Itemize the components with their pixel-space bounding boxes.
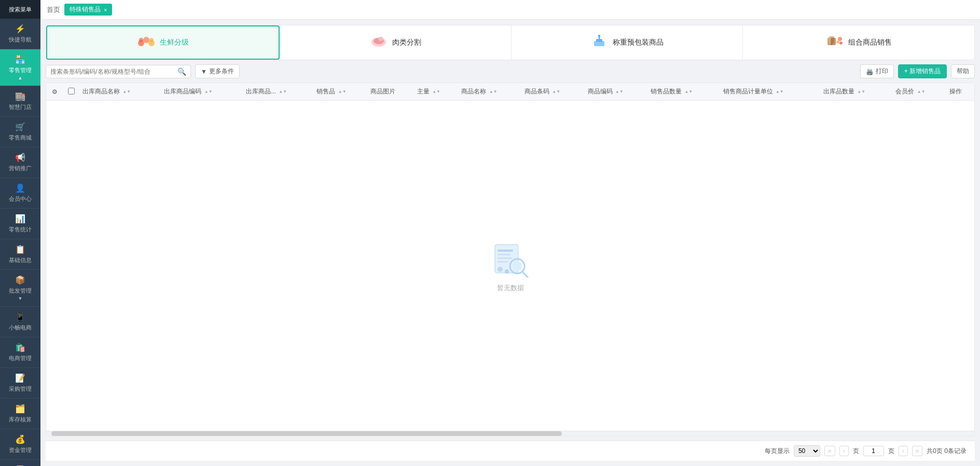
sidebar-item-smart-store[interactable]: 🏬 智慧门店 bbox=[0, 86, 40, 117]
data-table-wrapper: ⚙ 出库商品名称 ▲▼ 出库商品编码 ▲▼ 出库商品... ▲▼ bbox=[46, 83, 975, 436]
select-all-checkbox[interactable] bbox=[68, 88, 75, 94]
active-tab-tag[interactable]: 特殊销售品 × bbox=[64, 4, 112, 16]
svg-point-24 bbox=[513, 262, 522, 271]
sidebar-item-retail-mgmt[interactable]: 🏪 零售管理 ▲ bbox=[0, 49, 40, 86]
sort-arrows-sale-item[interactable]: ▲▼ bbox=[338, 90, 347, 94]
fresh-grade-icon bbox=[137, 34, 156, 51]
col-out-spec[interactable]: 出库商品... ▲▼ bbox=[243, 83, 314, 101]
col-out-qty[interactable]: 出库品数量 ▲▼ bbox=[820, 83, 893, 101]
sidebar-logo[interactable]: 搜索菜单 bbox=[0, 0, 40, 19]
sidebar-item-ecommerce-mgmt[interactable]: 🛍️ 电商管理 bbox=[0, 337, 40, 368]
sidebar-item-wholesale-mgmt[interactable]: 📦 批发管理 ▼ bbox=[0, 270, 40, 307]
sort-arrows-item-name[interactable]: ▲▼ bbox=[489, 90, 498, 94]
sort-arrows-sale-unit[interactable]: ▲▼ bbox=[776, 90, 784, 94]
tab-meat-cut[interactable]: 肉类分割 bbox=[280, 25, 512, 60]
svg-line-25 bbox=[522, 272, 528, 277]
smart-store-icon: 🏬 bbox=[15, 91, 25, 101]
col-settings[interactable]: ⚙ bbox=[46, 83, 63, 101]
first-page-button[interactable]: « bbox=[824, 446, 835, 456]
tab-combo-sale-label: 组合商品销售 bbox=[848, 38, 892, 47]
sidebar-item-sales-promo[interactable]: 📢 营销推广 bbox=[0, 147, 40, 178]
svg-rect-19 bbox=[498, 250, 513, 252]
col-member-price[interactable]: 会员价 ▲▼ bbox=[892, 83, 946, 101]
col-item-code[interactable]: 商品编码 ▲▼ bbox=[585, 83, 648, 101]
help-button[interactable]: 帮助 bbox=[951, 64, 975, 78]
total-label: 共0页 0条记录 bbox=[927, 447, 967, 456]
sidebar-item-label: 智慧门店 bbox=[9, 103, 32, 111]
col-sale-item[interactable]: 销售品 ▲▼ bbox=[313, 83, 367, 101]
print-label: 打印 bbox=[876, 67, 888, 76]
sort-arrows-main[interactable]: ▲▼ bbox=[432, 90, 440, 94]
sidebar-item-member-center[interactable]: 👤 会员中心 bbox=[0, 178, 40, 209]
sidebar-item-label: 批发管理 bbox=[9, 287, 32, 295]
col-checkbox[interactable] bbox=[63, 83, 79, 101]
toolbar-right: 🖨️ 打印 + 新增销售品 帮助 bbox=[860, 64, 975, 78]
col-item-name[interactable]: 商品名称 ▲▼ bbox=[458, 83, 521, 101]
sort-arrows-out-name[interactable]: ▲▼ bbox=[122, 90, 131, 94]
sort-arrows-item-code[interactable]: ▲▼ bbox=[615, 90, 624, 94]
sort-arrows-out-code[interactable]: ▲▼ bbox=[204, 90, 213, 94]
col-sale-unit[interactable]: 销售商品计量单位 ▲▼ bbox=[720, 83, 820, 101]
sort-arrows-out-qty[interactable]: ▲▼ bbox=[857, 90, 865, 94]
sidebar-item-quick-nav[interactable]: ⚡ 快捷导航 bbox=[0, 19, 40, 49]
tab-weigh-pack[interactable]: 称重预包装商品 bbox=[512, 25, 743, 60]
sidebar-item-label: 资金管理 bbox=[9, 446, 32, 454]
sidebar-item-funds-mgmt[interactable]: 💰 资金管理 bbox=[0, 429, 40, 460]
sidebar-item-inventory-check[interactable]: 🗂️ 库存核算 bbox=[0, 399, 40, 429]
search-input[interactable] bbox=[50, 68, 174, 75]
tab-fresh-grade-label: 生鲜分级 bbox=[160, 38, 189, 47]
toolbar-left: 🔍 ▼ 更多条件 bbox=[46, 64, 240, 78]
sidebar-item-retail-stats[interactable]: 📊 零售统计 bbox=[0, 209, 40, 239]
horizontal-scrollbar[interactable] bbox=[46, 431, 974, 436]
inventory-check-icon: 🗂️ bbox=[15, 404, 25, 414]
sidebar-item-basic-info[interactable]: 📋 基础信息 bbox=[0, 239, 40, 270]
sort-arrows-barcode[interactable]: ▲▼ bbox=[552, 90, 560, 94]
scroll-thumb[interactable] bbox=[51, 431, 562, 436]
last-page-button[interactable]: » bbox=[912, 446, 923, 456]
col-out-name[interactable]: 出库商品名称 ▲▼ bbox=[79, 83, 161, 101]
help-label: 帮助 bbox=[957, 67, 969, 75]
sidebar-item-general-ledger[interactable]: 📒 总账管理 bbox=[0, 460, 40, 466]
sort-arrows-sale-qty[interactable]: ▲▼ bbox=[684, 90, 693, 94]
col-sale-qty[interactable]: 销售品数量 ▲▼ bbox=[647, 83, 720, 101]
sidebar-item-label: 采购管理 bbox=[9, 385, 32, 393]
add-button[interactable]: + 新增销售品 bbox=[898, 64, 947, 78]
tab-meat-cut-label: 肉类分割 bbox=[392, 38, 421, 47]
svg-point-1 bbox=[143, 37, 149, 43]
svg-rect-22 bbox=[498, 261, 508, 263]
svg-point-17 bbox=[839, 42, 843, 45]
svg-point-11 bbox=[598, 35, 600, 37]
col-barcode[interactable]: 商品条码 ▲▼ bbox=[521, 83, 585, 101]
prev-page-button[interactable]: ‹ bbox=[839, 446, 849, 456]
breadcrumb: 首页 bbox=[47, 5, 60, 15]
tab-fresh-grade[interactable]: 生鲜分级 bbox=[46, 25, 280, 60]
sidebar-item-label: 电商管理 bbox=[9, 354, 32, 362]
empty-state: 暂无数据 bbox=[46, 101, 974, 431]
sidebar-item-label: 基础信息 bbox=[9, 256, 32, 264]
col-main[interactable]: 主量 ▲▼ bbox=[414, 83, 459, 101]
purchase-mgmt-icon: 📝 bbox=[15, 373, 25, 383]
active-tab-label: 特殊销售品 bbox=[70, 5, 101, 14]
filter-icon: ▼ bbox=[201, 68, 207, 75]
per-page-select[interactable]: 10 20 50 100 bbox=[794, 445, 820, 457]
filter-button[interactable]: ▼ 更多条件 bbox=[195, 64, 240, 78]
tab-cards: 生鲜分级 肉类分割 bbox=[46, 25, 975, 60]
sidebar-item-retail-mall[interactable]: 🛒 零售商城 bbox=[0, 117, 40, 147]
col-out-code[interactable]: 出库商品编码 ▲▼ bbox=[161, 83, 242, 101]
sort-arrows-out-spec[interactable]: ▲▼ bbox=[279, 90, 287, 94]
print-button[interactable]: 🖨️ 打印 bbox=[860, 64, 894, 78]
tab-combo-sale[interactable]: 组合商品销售 bbox=[743, 25, 974, 60]
page-input[interactable] bbox=[863, 446, 884, 456]
svg-rect-9 bbox=[596, 39, 602, 42]
next-page-button[interactable]: › bbox=[899, 446, 908, 456]
quick-nav-icon: ⚡ bbox=[15, 24, 25, 34]
sidebar-item-purchase-mgmt[interactable]: 📝 采购管理 bbox=[0, 368, 40, 399]
sidebar-item-label: 库存核算 bbox=[9, 416, 32, 423]
tab-close-button[interactable]: × bbox=[104, 7, 107, 13]
sidebar-item-mini-ecommerce[interactable]: 📱 小畅电商 bbox=[0, 307, 40, 337]
search-icon[interactable]: 🔍 bbox=[177, 67, 186, 76]
search-box[interactable]: 🔍 bbox=[46, 65, 191, 78]
sort-arrows-member-price[interactable]: ▲▼ bbox=[917, 90, 926, 94]
svg-point-3 bbox=[139, 38, 143, 42]
svg-point-27 bbox=[505, 269, 509, 273]
